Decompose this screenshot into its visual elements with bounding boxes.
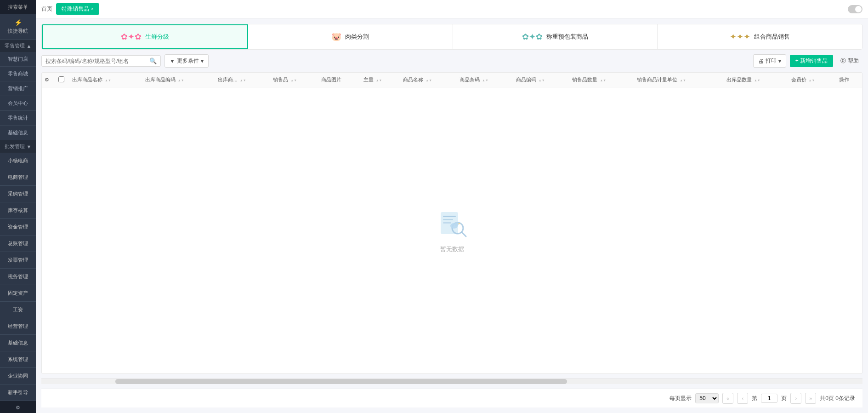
svg-line-5 (462, 232, 466, 236)
topbar-right (848, 5, 862, 13)
sidebar-item-enterprise[interactable]: 企业协同 (0, 368, 36, 384)
tab-scale-prepack[interactable]: ✿✦✿ 称重预包装商品 (453, 24, 658, 49)
sidebar-item-tax[interactable]: 税务管理 (0, 269, 36, 285)
sort-arrows-product-code: ▲▼ (539, 79, 545, 82)
add-product-button[interactable]: + 新增销售品 (790, 55, 833, 67)
next-page-button[interactable]: › (790, 393, 801, 404)
help-button[interactable]: ⓪ 帮助 (837, 55, 862, 67)
sort-arrows-barcode: ▲▼ (482, 79, 488, 82)
page-label-prefix: 第 (752, 395, 757, 402)
sidebar-settings[interactable]: ⚙ (0, 401, 36, 413)
th-out-product-name[interactable]: 出库商品名称 ▲▼ (69, 73, 142, 87)
product-type-tabs: ✿✦✿ 生鲜分级 🐷 肉类分割 ✿✦✿ 称重预包装商品 ✦✦✦ 组合商品销售 (41, 24, 862, 50)
sidebar-item-wage[interactable]: 工资 (0, 302, 36, 318)
page-label: 页 (781, 395, 787, 402)
sidebar-logo: 搜索菜单 (0, 0, 36, 14)
sidebar-item-system[interactable]: 系统管理 (0, 351, 36, 368)
th-product-code[interactable]: 商品编码 ▲▼ (513, 73, 570, 87)
sidebar-item-assets[interactable]: 固定资产 (0, 285, 36, 302)
sidebar-item-marketing[interactable]: 营销推广 (0, 81, 36, 96)
th-main-weight[interactable]: 主量 ▲▼ (361, 73, 401, 87)
home-link[interactable]: 首页 (41, 5, 52, 13)
first-page-button[interactable]: « (722, 393, 733, 404)
data-table-container: ⚙ 出库商品名称 ▲▼ 出库商品编码 ▲▼ (41, 72, 862, 374)
theme-toggle[interactable] (848, 5, 862, 13)
th-product-image[interactable]: 商品图片 (318, 73, 361, 87)
last-page-button[interactable]: » (805, 393, 816, 404)
active-tab[interactable]: 特殊销售品 × (56, 3, 99, 15)
fresh-icon: ✿✦✿ (121, 32, 142, 42)
tab-pork-cutting[interactable]: 🐷 肉类分割 (248, 24, 453, 49)
sidebar-item-ledger[interactable]: 总账管理 (0, 235, 36, 252)
per-page-select[interactable]: 10 20 50 100 (695, 393, 719, 403)
toolbar: 🔍 ▼ 更多条件 ▾ 🖨 打印 ▾ + 新增销售品 ⓪ 帮助 (41, 54, 862, 68)
th-out-product-spec[interactable]: 出库商... ▲▼ (215, 73, 270, 87)
sidebar-item-ecommerce[interactable]: 电商管理 (0, 169, 36, 186)
combo-icon: ✦✦✦ (730, 32, 750, 42)
sidebar-item-smart-store[interactable]: 智慧门店 (0, 52, 36, 67)
sort-arrows-main-weight: ▲▼ (376, 79, 382, 82)
svg-point-7 (455, 222, 459, 226)
sidebar-item-guide[interactable]: 新手引导 (0, 384, 36, 401)
scale-icon: ✿✦✿ (522, 32, 543, 42)
scroll-thumb[interactable] (115, 379, 567, 384)
page-content: ✿✦✿ 生鲜分级 🐷 肉类分割 ✿✦✿ 称重预包装商品 ✦✦✦ 组合商品销售 🔍 (36, 18, 868, 413)
print-icon: 🖨 (758, 58, 764, 64)
svg-rect-2 (443, 219, 453, 220)
th-product-name[interactable]: 商品名称 ▲▼ (400, 73, 457, 87)
total-label: 共0页 0条记录 (820, 395, 855, 402)
th-out-qty[interactable]: 出库品数量 ▲▼ (724, 73, 789, 87)
sidebar-item-finance[interactable]: 资金管理 (0, 219, 36, 235)
sidebar-item-invoice[interactable]: 发票管理 (0, 252, 36, 269)
empty-icon (434, 207, 471, 240)
tab-combo-sales[interactable]: ✦✦✦ 组合商品销售 (658, 24, 862, 49)
page-number-input[interactable] (761, 394, 777, 403)
search-input[interactable] (45, 58, 148, 64)
sort-arrows-product-name: ▲▼ (425, 79, 432, 82)
sidebar-section-wholesale[interactable]: 批发管理 ▼ (0, 140, 36, 153)
sidebar-item-purchase[interactable]: 采购管理 (0, 186, 36, 202)
sidebar-item-mini-store[interactable]: 小畅电商 (0, 153, 36, 169)
th-product-barcode[interactable]: 商品条码 ▲▼ (457, 73, 513, 87)
search-box[interactable]: 🔍 (41, 55, 161, 67)
sort-arrows-out-code: ▲▼ (178, 79, 184, 82)
th-sales-unit[interactable]: 销售商品计量单位 ▲▼ (634, 73, 724, 87)
prev-page-button[interactable]: ‹ (737, 393, 748, 404)
sidebar-item-operations[interactable]: 经营管理 (0, 318, 36, 335)
table-header-row: ⚙ 出库商品名称 ▲▼ 出库商品编码 ▲▼ (42, 73, 862, 87)
sidebar-item-quick-nav[interactable]: ⚡ 快捷导航 (0, 14, 36, 40)
sort-arrows-out-name: ▲▼ (105, 79, 111, 82)
th-member-price[interactable]: 会员价 ▲▼ (789, 73, 837, 87)
pork-icon: 🐷 (331, 32, 341, 42)
main-content: 首页 特殊销售品 × ✿✦✿ 生鲜分级 🐷 肉类分割 ✿✦✿ 称重预包装商品 (36, 0, 868, 413)
sidebar-item-retail-stats[interactable]: 零售统计 (0, 111, 36, 126)
sidebar-item-inventory[interactable]: 库存核算 (0, 202, 36, 219)
sidebar-item-retail-mall[interactable]: 零售商城 (0, 67, 36, 81)
svg-rect-1 (443, 216, 456, 217)
sort-arrows-sales-qty: ▲▼ (600, 79, 606, 82)
toolbar-right: 🖨 打印 ▾ + 新增销售品 ⓪ 帮助 (753, 54, 862, 68)
retail-arrow-icon: ▲ (27, 43, 32, 49)
topbar: 首页 特殊销售品 × (36, 0, 868, 18)
sort-arrows-sales-unit: ▲▼ (680, 79, 686, 82)
th-sales-product[interactable]: 销售品 ▲▼ (270, 73, 318, 87)
th-out-product-code[interactable]: 出库商品编码 ▲▼ (142, 73, 216, 87)
th-checkbox[interactable] (56, 73, 69, 87)
th-settings[interactable]: ⚙ (42, 73, 56, 87)
empty-state: 暂无数据 (42, 87, 862, 373)
th-sales-qty[interactable]: 销售品数量 ▲▼ (569, 73, 634, 87)
sidebar-item-basic-info-retail[interactable]: 基础信息 (0, 126, 36, 140)
filter-button[interactable]: ▼ 更多条件 ▾ (165, 54, 209, 68)
sidebar-item-members[interactable]: 会员中心 (0, 96, 36, 111)
per-page-label: 每页显示 (669, 395, 692, 402)
search-icon[interactable]: 🔍 (149, 57, 157, 64)
print-button[interactable]: 🖨 打印 ▾ (753, 54, 786, 68)
close-tab-icon[interactable]: × (91, 6, 94, 11)
sidebar-item-basic-info[interactable]: 基础信息 (0, 335, 36, 351)
sidebar-section-retail[interactable]: 零售管理 ▲ (0, 40, 36, 52)
pagination: 每页显示 10 20 50 100 « ‹ 第 页 › » 共0页 0条记录 (41, 389, 862, 407)
select-all-checkbox[interactable] (58, 76, 64, 82)
horizontal-scrollbar[interactable] (41, 379, 862, 384)
settings-icon: ⚙ (45, 77, 49, 82)
tab-fresh-grading[interactable]: ✿✦✿ 生鲜分级 (42, 24, 248, 49)
